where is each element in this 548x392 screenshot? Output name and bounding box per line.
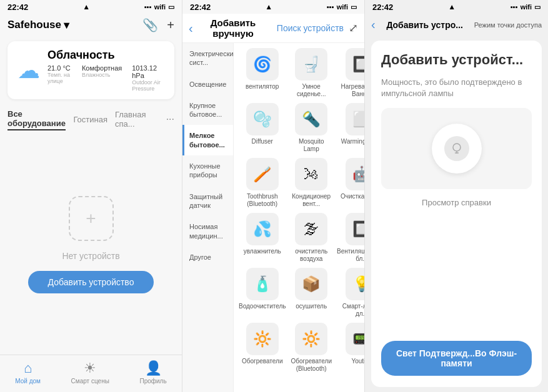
device-smart-toilet-label: Умное сиденье...: [291, 83, 332, 98]
panel-add-device: 22:42 ▲ ▪▪▪ wifi ▭ ‹ Добавить устро... Р…: [365, 0, 548, 392]
device-diffuser-label: Diffuser: [252, 138, 273, 145]
home-title[interactable]: Safehouse ▾: [7, 19, 69, 32]
nav-home-label: Мой дом: [15, 378, 41, 385]
room-tabs: Все оборудование Гостиная Главная спа...…: [0, 104, 182, 134]
device-warming-table[interactable]: ⬜ Warming Table: [337, 103, 364, 153]
confirm-flash-button[interactable]: Свет Подтвержд...Во Флэш-памяти: [381, 341, 532, 376]
expand-icon[interactable]: ⤢: [349, 21, 358, 35]
device-smart-lamp[interactable]: 💡 Смарт-лампа дл...: [337, 268, 364, 318]
panel-add-manual: 22:42 ▲ ▪▪▪ wifi ▭ ‹ Добавить вручную По…: [182, 0, 365, 392]
home-nav-icon: ⌂: [24, 360, 32, 376]
add-icon[interactable]: +: [167, 18, 174, 32]
category-electrical[interactable]: Электрические сист...: [182, 43, 233, 74]
device-heater2-label: Обогреватели (Bluetooth): [291, 358, 332, 373]
cloud-icon: ☁: [17, 57, 40, 84]
device-toothbrush[interactable]: 🪥 Toothbrush (Bluetooth): [239, 158, 286, 208]
category-other[interactable]: Другое: [182, 247, 233, 268]
device-dehumidifier[interactable]: 📦 осушитель: [291, 268, 332, 318]
device-humidifier-label: увлажнитель: [244, 248, 281, 255]
device-smart-toilet-icon: 🚽: [295, 48, 327, 81]
status-icons-3: ▪▪▪ wifi ▭: [511, 3, 541, 11]
device-grid: 🌀 вентилятор 🚽 Умное сиденье... 🔲 Нагрев…: [234, 43, 364, 392]
more-tabs-icon[interactable]: ···: [166, 114, 174, 125]
clip-icon[interactable]: 📎: [142, 17, 158, 32]
category-kitchen[interactable]: Кухонные приборы: [182, 155, 233, 186]
device-heater1-icon: 🔆: [246, 323, 279, 355]
add-manual-content: Электрические сист... Освещение Крупное …: [182, 43, 364, 392]
signal-icon-2: ▪▪▪: [327, 3, 334, 11]
device-heater2[interactable]: 🔆 Обогреватели (Bluetooth): [291, 323, 332, 373]
device-humidifier[interactable]: 💦 увлажнитель: [239, 213, 286, 263]
add-device-card-subtitle: Мощность, это было подтверждено в импуль…: [381, 77, 532, 99]
home-header: Safehouse ▾ 📎 +: [0, 14, 182, 36]
device-mosquito-lamp-label: Mosquito Lamp: [291, 138, 332, 153]
weather-info: Облачность 21.0 °C Темп. на улице Комфор…: [47, 49, 164, 92]
back-button-3[interactable]: ‹: [371, 17, 376, 32]
device-fan[interactable]: 🌀 вентилятор: [239, 48, 286, 98]
device-mosquito-lamp[interactable]: 🔦 Mosquito Lamp: [291, 103, 332, 153]
search-devices-link[interactable]: Поиск устройств: [273, 23, 344, 33]
empty-device-icon: +: [69, 196, 114, 241]
device-mosquito-lamp-icon: 🔦: [295, 103, 327, 135]
status-icons-2: ▪▪▪ wifi ▭: [327, 3, 357, 11]
weather-pressure: 1013.12 hPa Outdoor Air Pressure: [132, 64, 164, 92]
tab-main[interactable]: Главная спа...: [115, 109, 156, 130]
device-vacuum-icon: 🤖: [346, 158, 364, 190]
tab-all[interactable]: Все оборудование: [7, 108, 66, 130]
device-youting-icon: 📟: [346, 323, 364, 355]
category-small[interactable]: Мелкое бытовое...: [182, 125, 233, 155]
weather-card: ☁ Облачность 21.0 °C Темп. на улице Комф…: [7, 41, 174, 99]
add-manual-header: ‹ Добавить вручную Поиск устройств ⤢: [182, 14, 364, 43]
device-fan-label: вентилятор: [246, 83, 279, 91]
device-diffuser[interactable]: 🫧 Diffuser: [239, 103, 286, 153]
view-help-text: Просмотр справки: [381, 198, 532, 207]
empty-state: + Нет устройств Добавить устройство: [0, 134, 182, 355]
status-bar-3: 22:42 ▲ ▪▪▪ wifi ▭: [365, 0, 548, 14]
category-sensor[interactable]: Защитный датчик: [182, 186, 233, 217]
access-point-mode-label[interactable]: Режим точки доступа: [474, 21, 542, 29]
device-water-purifier-icon: 🧴: [246, 268, 279, 300]
device-youting-label: Youting: [351, 358, 364, 365]
device-water-purifier[interactable]: 🧴 Водоочиститель: [239, 268, 286, 318]
category-medical[interactable]: Носимая медицин...: [182, 216, 233, 247]
category-lighting[interactable]: Освещение: [182, 74, 233, 95]
device-ac-vent[interactable]: 🌬 Кондиционер вент...: [291, 158, 332, 208]
device-dehumidifier-icon: 📦: [295, 268, 327, 300]
device-smart-toilet[interactable]: 🚽 Умное сиденье...: [291, 48, 332, 98]
device-heater1[interactable]: 🔆 Обогреватели: [239, 323, 286, 373]
device-vacuum[interactable]: 🤖 Очистка робот: [337, 158, 364, 208]
nav-profile-label: Профиль: [139, 378, 166, 385]
status-location-icon-2: ▲: [265, 2, 272, 11]
device-heater2-icon: 🔆: [295, 323, 327, 355]
battery-icon-3: ▭: [534, 3, 541, 11]
add-device-button[interactable]: Добавить устройство: [28, 271, 154, 293]
nav-profile[interactable]: 👤 Профиль: [139, 360, 166, 385]
status-time-3: 22:42: [372, 2, 393, 12]
device-preview-circle: [432, 124, 482, 174]
status-bar: 22:42 ▲ ▪▪▪ wifi ▭: [0, 0, 182, 14]
scenes-nav-icon: ☀: [84, 360, 96, 376]
device-heater1-label: Обогреватели: [242, 358, 283, 365]
weather-stats: 21.0 °C Темп. на улице Комфортная Влажно…: [47, 64, 164, 92]
tab-guest[interactable]: Гостиная: [73, 114, 107, 125]
status-time-2: 22:42: [190, 2, 211, 12]
nav-scenes[interactable]: ☀ Смарт сцены: [71, 360, 109, 385]
weather-title: Облачность: [47, 49, 164, 62]
device-toothbrush-icon: 🪥: [246, 158, 279, 190]
device-youting[interactable]: 📟 Youting: [337, 323, 364, 373]
device-water-purifier-label: Водоочиститель: [239, 303, 286, 310]
wifi-icon-3: wifi: [521, 3, 532, 11]
category-list: Электрические сист... Освещение Крупное …: [182, 43, 234, 392]
weather-temp: 21.0 °C Темп. на улице: [47, 64, 72, 92]
device-water-heater-label: Нагреватель в Ванн...: [337, 83, 364, 98]
bottom-nav: ⌂ Мой дом ☀ Смарт сцены 👤 Профиль: [0, 355, 182, 392]
device-humidifier-icon: 💦: [246, 213, 279, 245]
nav-home[interactable]: ⌂ Мой дом: [15, 360, 41, 385]
device-water-heater[interactable]: 🔲 Нагреватель в Ванн...: [337, 48, 364, 98]
back-button-2[interactable]: ‹: [189, 21, 193, 36]
category-large[interactable]: Крупное бытовое...: [182, 95, 233, 125]
device-ventilation[interactable]: 🔲 Вентиляционный бл...: [337, 213, 364, 263]
add-manual-title: Добавить вручную: [198, 17, 269, 39]
device-air-purifier[interactable]: 🌫 очиститель воздуха: [291, 213, 332, 263]
signal-icon-3: ▪▪▪: [511, 3, 518, 11]
